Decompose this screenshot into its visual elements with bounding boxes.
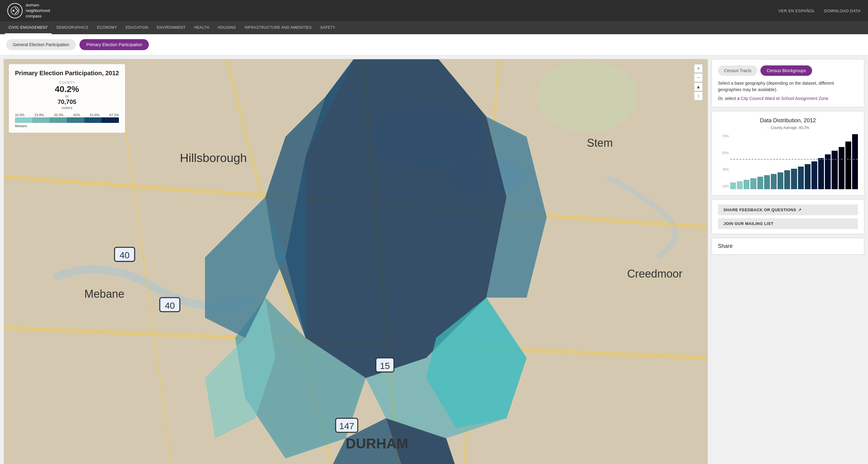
spanish-link[interactable]: VER EN ESPAÑOL [778,8,815,13]
chart-bar [784,170,790,189]
nav-economy[interactable]: ECONOMY [93,21,121,34]
nav-civic-engagement[interactable]: CIVIC ENGAGEMENT [5,21,52,34]
zoom-level-button[interactable]: 1 [694,92,703,100]
chart-area: 70% 50% 30% 10% [718,134,858,189]
logo-icon [7,3,23,18]
share-feedback-button[interactable]: SHARE FEEDBACK OR QUESTIONS ↗ [718,205,858,215]
geography-card: Census Tracts Census Blockgroups Select … [712,59,864,107]
nav-education[interactable]: EDUCATION [122,21,152,34]
svg-text:40: 40 [120,250,130,260]
svg-text:15: 15 [380,361,390,371]
geography-description: Select a base geography (depending on th… [718,80,858,93]
map-zoom-controls: + − ▲ 1 [694,64,703,100]
county-or: or [15,94,119,98]
legend-location: Mebane [15,124,119,128]
action-card: SHARE FEEDBACK OR QUESTIONS ↗ JOIN OUR M… [712,199,864,234]
nav-housing[interactable]: HOUSING [214,21,240,34]
nav-environment[interactable]: ENVIRONMENT [153,21,189,34]
chart-bar [730,183,736,189]
legend-bar [15,117,119,123]
main-nav: CIVIC ENGAGEMENT DEMOGRAPHICS ECONOMY ED… [0,21,868,34]
census-blockgroups-button[interactable]: Census Blockgroups [761,65,812,76]
svg-text:147: 147 [339,421,354,431]
chart-bar [757,177,763,189]
map-panel: Mebane Hillsborough Stem Creedmoor Frank… [4,59,708,464]
svg-text:DURHAM: DURHAM [346,436,408,452]
map-info-overlay: Primary Election Participation, 2012 COU… [9,64,125,133]
map-title: Primary Election Participation, 2012 [15,69,119,77]
nav-demographics[interactable]: DEMOGRAPHICS [53,21,92,34]
county-voters-label: voters [15,105,119,110]
svg-text:Hillsborough: Hillsborough [180,151,247,164]
county-voters: 70,705 [15,98,119,105]
svg-point-5 [537,61,637,132]
external-link-icon: ↗ [798,208,802,212]
chart-bar [750,178,756,189]
tab-general-election[interactable]: General Election Participation [6,39,76,50]
chart-bar [744,180,749,189]
compass-button[interactable]: ▲ [694,83,703,91]
svg-text:40: 40 [165,301,175,311]
chart-bar [791,169,797,189]
chart-bars [730,134,858,189]
nav-health[interactable]: HEALTH [190,21,213,34]
nav-safety[interactable]: SAFETY [317,21,339,34]
chart-bar [778,173,783,189]
geography-links: Or, select a City Council Ward or School… [718,96,858,101]
y-label-50: 50% [718,151,730,155]
mailing-list-button[interactable]: JOIN OUR MAILING LIST [718,218,858,229]
city-council-ward-link[interactable]: City Council Ward [741,96,775,101]
county-label: COUNTY [15,81,119,84]
chart-bar [737,181,743,189]
nav-infrastructure[interactable]: INFRASTRUCTURE AND AMENITIES [241,21,315,34]
share-title: Share [718,243,858,249]
geography-buttons: Census Tracts Census Blockgroups [718,65,858,76]
download-link[interactable]: DOWNLOAD DATA [824,8,861,13]
chart-bar [832,151,837,189]
y-label-10: 10% [718,184,730,188]
header: durham neighborhood compass VER EN ESPAÑ… [0,0,868,21]
chart-bar [839,147,844,189]
chart-y-labels: 70% 50% 30% 10% [718,134,730,189]
chart-bar [852,134,858,189]
census-tracts-button[interactable]: Census Tracts [718,65,757,76]
y-label-70: 70% [718,134,730,138]
distribution-card: Data Distribution, 2012 ··· County Avera… [712,111,864,196]
county-average-label: ··· County Average: 40.2% [718,126,858,130]
tab-primary-election[interactable]: Primary Election Participation [80,39,149,50]
share-card: Share [712,238,864,255]
svg-text:Stem: Stem [587,136,613,149]
chart-bar [798,166,804,189]
chart-bar [818,158,824,189]
logo-text: durham neighborhood compass [26,2,50,19]
school-assignment-zone-link[interactable]: School Assignment Zone [781,96,828,101]
chart-bar [771,174,777,189]
svg-text:Mebane: Mebane [84,288,124,300]
zoom-in-button[interactable]: + [694,64,703,73]
chart-bar [805,164,810,189]
svg-point-1 [12,10,14,11]
chart-bar [764,175,770,189]
zoom-out-button[interactable]: − [694,73,703,82]
header-links: VER EN ESPAÑOL DOWNLOAD DATA [778,8,861,13]
main-content: Mebane Hillsborough Stem Creedmoor Frank… [0,55,868,464]
distribution-title: Data Distribution, 2012 [718,117,858,124]
y-label-30: 30% [718,167,730,171]
chart-bar [825,154,831,189]
chart-bar [845,142,851,189]
logo-area: durham neighborhood compass [7,2,50,19]
right-panel: Census Tracts Census Blockgroups Select … [712,59,864,464]
tab-bar: General Election Participation Primary E… [0,34,868,55]
chart-average-line [730,159,858,160]
county-percent: 40.2% [15,84,119,94]
legend-labels: 10.9% 23.8% 33.3% 42% 51.6% 67.2% [15,113,119,117]
svg-text:Creedmoor: Creedmoor [627,268,682,280]
chart-bar [811,161,817,189]
